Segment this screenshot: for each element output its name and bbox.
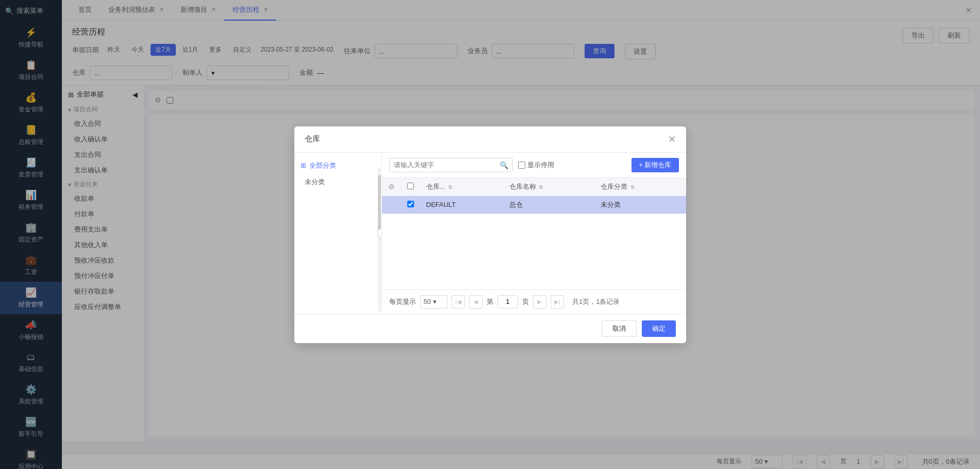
- table-body: DEFAULT 总仓 未分类: [382, 196, 686, 214]
- next-page-button[interactable]: ▶: [533, 295, 546, 309]
- total-info: 共1页，1条记录: [572, 297, 620, 306]
- sort-icon-name: ⇅: [539, 184, 543, 190]
- th-gear: ⚙: [382, 178, 401, 196]
- per-page-label: 每页显示: [389, 297, 416, 306]
- category-panel: ⊞ 全部分类 未分类 ◀: [294, 153, 382, 314]
- modal-close-button[interactable]: ✕: [668, 134, 676, 145]
- row-name: 总仓: [503, 196, 594, 214]
- modal-table-scroll: ⚙ 仓库... ⇅ 仓库名称 ⇅: [382, 178, 686, 289]
- show-disabled-label: 显示停用: [527, 160, 554, 170]
- warehouse-modal: 仓库 ✕ ⊞ 全部分类 未分类 ◀: [294, 126, 686, 343]
- modal-title: 仓库: [305, 134, 320, 144]
- th-name: 仓库名称 ⇅: [503, 178, 594, 196]
- th-code-label: 仓库...: [426, 183, 445, 190]
- th-name-label: 仓库名称: [509, 183, 536, 190]
- scrollbar-track: [378, 168, 381, 312]
- category-scrollbar[interactable]: [378, 168, 381, 312]
- th-category: 仓库分类 ⇅: [594, 178, 686, 196]
- first-page-button[interactable]: |◀: [452, 295, 465, 309]
- prev-page-button[interactable]: ◀: [469, 295, 483, 309]
- modal-header: 仓库 ✕: [294, 126, 686, 153]
- page-label: 页: [522, 297, 529, 306]
- show-disabled-wrap: 显示停用: [518, 160, 554, 170]
- page-input[interactable]: [497, 295, 518, 309]
- modal-overlay: 仓库 ✕ ⊞ 全部分类 未分类 ◀: [0, 0, 980, 469]
- per-page-select[interactable]: 50 ▾: [420, 295, 447, 309]
- row-code: DEFAULT: [420, 196, 503, 214]
- show-disabled-checkbox[interactable]: [518, 161, 525, 169]
- chevron-down-select-icon: ▾: [433, 298, 437, 305]
- last-page-button[interactable]: ▶|: [551, 295, 564, 309]
- confirm-button[interactable]: 确定: [642, 320, 676, 337]
- per-page-value: 50: [424, 298, 431, 305]
- grid-icon-modal: ⊞: [301, 161, 306, 169]
- table-panel: 🔍 显示停用 + 新增仓库 ⚙: [382, 153, 686, 314]
- modal-body: ⊞ 全部分类 未分类 ◀: [294, 153, 686, 314]
- row-category: 未分类: [594, 196, 686, 214]
- warehouse-table: ⚙ 仓库... ⇅ 仓库名称 ⇅: [382, 178, 686, 214]
- sort-icon-category: ⇅: [630, 184, 635, 190]
- category-unclassified[interactable]: 未分类: [294, 174, 381, 190]
- row-gear: [382, 196, 401, 214]
- table-gear-icon2[interactable]: ⚙: [388, 183, 395, 191]
- search-input-wrap: 🔍: [389, 158, 513, 172]
- scrollbar-thumb: [378, 175, 381, 232]
- modal-table-toolbar: 🔍 显示停用 + 新增仓库: [382, 153, 686, 178]
- th-category-label: 仓库分类: [601, 183, 627, 190]
- search-input[interactable]: [394, 161, 500, 169]
- table-header: ⚙ 仓库... ⇅ 仓库名称 ⇅: [382, 178, 686, 196]
- cancel-button[interactable]: 取消: [602, 320, 637, 337]
- modal-pagination: 每页显示 50 ▾ |◀ ◀ 第 页 ▶ ▶| 共1页，1条记录: [382, 289, 686, 314]
- search-icon-modal[interactable]: 🔍: [500, 161, 508, 169]
- table-row[interactable]: DEFAULT 总仓 未分类: [382, 196, 686, 214]
- category-unclassified-label: 未分类: [305, 178, 325, 186]
- page-word-label: 第: [487, 297, 493, 306]
- select-all-table-checkbox[interactable]: [407, 183, 414, 189]
- row-select-checkbox[interactable]: [407, 201, 414, 207]
- category-all-label: 全部分类: [309, 161, 336, 170]
- sort-icon-code: ⇅: [448, 184, 452, 190]
- add-warehouse-button[interactable]: + 新增仓库: [632, 158, 678, 172]
- th-code: 仓库... ⇅: [420, 178, 503, 196]
- row-checkbox: [401, 196, 420, 214]
- category-all[interactable]: ⊞ 全部分类: [294, 157, 381, 174]
- modal-footer: 取消 确定: [294, 314, 686, 343]
- th-checkbox: [401, 178, 420, 196]
